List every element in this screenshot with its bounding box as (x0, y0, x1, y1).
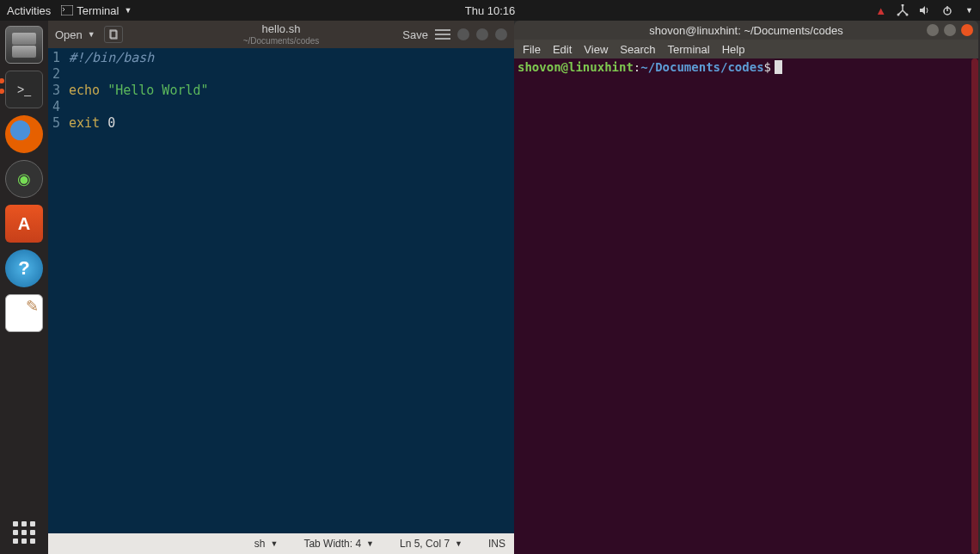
cursor (775, 60, 782, 74)
prompt-path: ~/Documents/codes (640, 60, 763, 74)
document-title: hello.sh (243, 23, 320, 35)
scrollbar[interactable] (971, 58, 978, 554)
svg-point-3 (906, 14, 909, 16)
gnome-topbar: Activities Terminal ▼ Thu 10:16 ▲ ▼ (0, 0, 980, 21)
volume-icon[interactable] (919, 4, 931, 16)
document-subtitle: ~/Documents/codes (243, 36, 320, 46)
close-button[interactable] (495, 28, 507, 40)
menu-edit[interactable]: Edit (553, 43, 572, 56)
terminal-body[interactable]: shovon@linuxhint:~/Documents/codes$ (514, 58, 978, 554)
svg-rect-0 (61, 5, 73, 15)
warning-icon[interactable]: ▲ (875, 4, 886, 17)
clock[interactable]: Thu 10:16 (465, 4, 516, 17)
status-insert-mode: INS (488, 538, 505, 550)
svg-point-2 (897, 14, 900, 16)
app-indicator-label: Terminal (77, 4, 119, 17)
menu-file[interactable]: File (523, 43, 541, 56)
svg-point-1 (902, 4, 904, 7)
maximize-button[interactable] (476, 28, 488, 40)
gedit-statusbar: sh▼ Tab Width: 4▼ Ln 5, Col 7▼ INS (48, 533, 514, 554)
launcher-terminal[interactable] (5, 71, 43, 108)
close-button[interactable] (961, 24, 973, 36)
chevron-down-icon: ▼ (124, 6, 132, 15)
status-language[interactable]: sh▼ (254, 538, 279, 550)
maximize-button[interactable] (944, 24, 956, 36)
new-document-icon (108, 29, 119, 40)
save-button[interactable]: Save (402, 28, 428, 41)
gedit-window: Open ▼ hello.sh ~/Documents/codes Save 1… (48, 21, 514, 554)
status-tabwidth[interactable]: Tab Width: 4▼ (303, 538, 374, 550)
minimize-button[interactable] (927, 24, 939, 36)
launcher-text-editor[interactable] (5, 294, 43, 332)
line-gutter: 1 2 3 4 5 (48, 48, 64, 533)
terminal-titlebar: shovon@linuxhint: ~/Documents/codes (514, 21, 978, 40)
activities-button[interactable]: Activities (7, 4, 51, 17)
minimize-button[interactable] (457, 28, 469, 40)
status-position[interactable]: Ln 5, Col 7▼ (400, 538, 462, 550)
terminal-window: shovon@linuxhint: ~/Documents/codes File… (514, 21, 978, 554)
launcher-help[interactable] (5, 249, 43, 287)
menu-terminal[interactable]: Terminal (668, 43, 710, 56)
chevron-down-icon: ▼ (88, 30, 95, 39)
open-button[interactable]: Open ▼ (55, 28, 95, 41)
network-icon[interactable] (897, 4, 909, 16)
editor-body[interactable]: 1 2 3 4 5 #!/bin/bash echo "Hello World"… (48, 48, 514, 533)
open-label: Open (55, 28, 83, 41)
new-tab-button[interactable] (104, 26, 123, 43)
app-indicator[interactable]: Terminal ▼ (61, 4, 132, 17)
gedit-headerbar: Open ▼ hello.sh ~/Documents/codes Save (48, 21, 514, 48)
power-icon[interactable] (941, 4, 953, 16)
launcher-files[interactable] (5, 26, 43, 64)
terminal-menubar: File Edit View Search Terminal Help (514, 40, 978, 58)
menu-view[interactable]: View (584, 43, 608, 56)
launcher-software[interactable] (5, 205, 43, 243)
code-area[interactable]: #!/bin/bash echo "Hello World" exit 0 (64, 48, 514, 533)
launcher-show-apps[interactable] (13, 521, 35, 544)
launcher-dock (0, 21, 48, 554)
chevron-down-icon: ▼ (965, 6, 973, 15)
menu-help[interactable]: Help (722, 43, 745, 56)
prompt-userhost: shovon@linuxhint (518, 60, 634, 74)
menu-button[interactable] (435, 29, 450, 40)
launcher-firefox[interactable] (5, 115, 43, 153)
menu-search[interactable]: Search (620, 43, 655, 56)
terminal-icon (61, 5, 73, 15)
terminal-title: shovon@linuxhint: ~/Documents/codes (649, 24, 842, 37)
launcher-rhythmbox[interactable] (5, 160, 43, 198)
